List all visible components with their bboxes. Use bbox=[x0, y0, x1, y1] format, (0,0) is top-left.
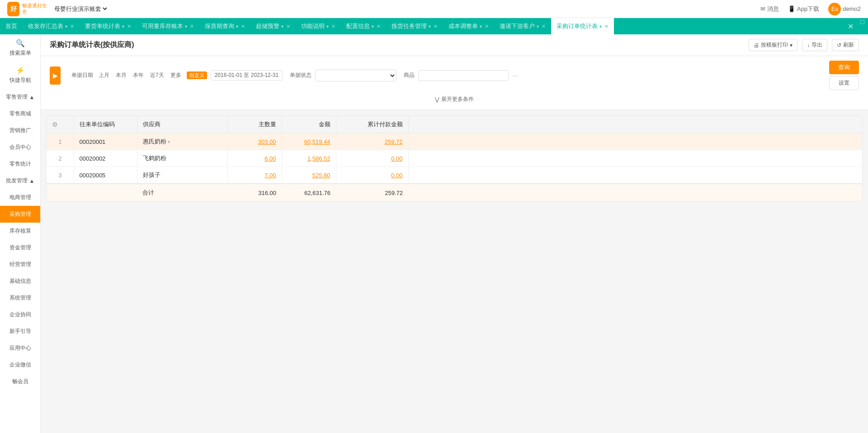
sidebar-item-marketing[interactable]: 营销推广 bbox=[0, 122, 40, 139]
dropdown-arrow-icon: ▾ bbox=[790, 42, 793, 48]
tab-expiry[interactable]: 保质期查询 ▾ ✕ bbox=[199, 18, 250, 34]
close-icon[interactable]: ✕ bbox=[434, 24, 438, 29]
status-select[interactable] bbox=[315, 70, 396, 81]
expand-row-icon[interactable]: ▾ bbox=[168, 139, 170, 144]
commodity-label: 商品 bbox=[404, 71, 415, 79]
shortcut-7days[interactable]: 近7天 bbox=[148, 71, 166, 80]
export-btn[interactable]: ↓ 导出 bbox=[802, 39, 827, 51]
col-header-rest bbox=[408, 116, 862, 133]
cell-qty: 7.00 bbox=[227, 167, 282, 184]
app-download-btn[interactable]: 📱 App下载 bbox=[788, 5, 819, 13]
sidebar-item-retail-stats[interactable]: 零售统计 bbox=[0, 156, 40, 172]
close-icon[interactable]: ✕ bbox=[377, 24, 381, 29]
cell-paid: 0.00 bbox=[336, 167, 408, 184]
shortcut-this-month[interactable]: 本月 bbox=[114, 71, 128, 80]
expand-icon: ▲ bbox=[29, 178, 35, 184]
shortcut-last-month[interactable]: 上月 bbox=[97, 71, 111, 80]
close-icon[interactable]: ✕ bbox=[604, 24, 609, 29]
close-icon[interactable]: ✕ bbox=[331, 24, 335, 29]
more-options-icon[interactable]: ··· bbox=[512, 72, 518, 79]
cell-seq: 2 bbox=[47, 150, 74, 167]
tab-inventory-book[interactable]: 可用量库存账本 ▾ ✕ bbox=[137, 18, 199, 34]
sidebar-item-app-center[interactable]: 应用中心 bbox=[0, 340, 40, 357]
cell-code: 00020001 bbox=[74, 133, 137, 150]
tab-arrow: ▾ bbox=[236, 24, 238, 29]
tab-arrow: ▾ bbox=[537, 24, 539, 29]
cell-paid: 0.00 bbox=[336, 150, 408, 167]
expand-more-btn[interactable]: ⋁ 展开更多条件 bbox=[50, 94, 859, 105]
sidebar-item-retail-store[interactable]: 零售商城 bbox=[0, 105, 40, 122]
table-footer: 合计 316.00 62,631.76 259.72 bbox=[47, 184, 862, 201]
tab-arrow: ▾ bbox=[429, 24, 431, 29]
tab-invite-customer[interactable]: 邀请下游客户 ▾ ✕ bbox=[494, 18, 551, 34]
col-header-qty: 主数量 bbox=[227, 116, 282, 133]
expand-icon: ⋁ bbox=[435, 96, 439, 103]
tab-order-stats[interactable]: 要货单统计表 ▾ ✕ bbox=[80, 18, 137, 34]
close-icon[interactable]: ✕ bbox=[127, 24, 131, 29]
page-header: 采购订单统计表(按供应商) 🖨 按模板打印 ▾ ↓ 导出 ↺ 刷新 bbox=[41, 34, 868, 56]
tab-home[interactable]: 首页 bbox=[0, 18, 23, 34]
sidebar-item-member2[interactable]: 畅会员 bbox=[0, 373, 40, 390]
top-right-actions: ✉ 消息 📱 App下载 Ea demo2 bbox=[760, 3, 861, 15]
search-btn[interactable]: 查询 bbox=[829, 61, 859, 74]
close-icon[interactable]: ✕ bbox=[542, 24, 546, 29]
maximize-btn[interactable]: □ bbox=[857, 18, 868, 34]
cell-code: 00020002 bbox=[74, 150, 137, 167]
sidebar-item-purchase[interactable]: 采购管理 bbox=[0, 206, 40, 223]
sidebar-item-finance[interactable]: 资金管理 bbox=[0, 239, 40, 256]
shortcut-more[interactable]: 更多 bbox=[169, 71, 183, 80]
tab-function-desc[interactable]: 功能说明 ▾ ✕ bbox=[296, 18, 341, 34]
sidebar-item-wechat[interactable]: 企业微信 bbox=[0, 357, 40, 373]
filter-row-1: ▶ 单据日期 上月 本月 本年 近7天 更多 自定义 2016-01-01 至 … bbox=[50, 61, 859, 90]
sidebar-item-retail-mgmt[interactable]: 零售管理 ▲ bbox=[0, 89, 40, 105]
cell-seq: 3 bbox=[47, 167, 74, 184]
sidebar-item-enterprise[interactable]: 企业协同 bbox=[0, 306, 40, 323]
sidebar-item-wholesale[interactable]: 批发管理 ▲ bbox=[0, 172, 40, 189]
table-row: 2 00020002 飞鹤奶粉 6.00 1,586.52 bbox=[47, 150, 862, 167]
tab-arrow: ▾ bbox=[122, 24, 124, 29]
close-icon[interactable]: ✕ bbox=[190, 24, 194, 29]
tab-purchase-stats[interactable]: 采购订单统计表 ▾ ✕ bbox=[551, 18, 614, 34]
sidebar-item-basic-info[interactable]: 基础信息 bbox=[0, 273, 40, 290]
message-btn[interactable]: ✉ 消息 bbox=[760, 5, 779, 13]
export-icon: ↓ bbox=[807, 42, 810, 48]
sidebar-item-quick-nav[interactable]: ⚡ 快捷导航 bbox=[0, 62, 40, 89]
column-settings-icon[interactable]: ⚙ bbox=[52, 121, 58, 128]
tab-config[interactable]: 配置信息 ▾ ✕ bbox=[341, 18, 386, 34]
template-print-btn[interactable]: 🖨 按模板打印 ▾ bbox=[749, 39, 797, 51]
close-icon[interactable]: ✕ bbox=[286, 24, 290, 29]
status-label: 单据状态 bbox=[290, 71, 311, 79]
close-icon[interactable]: ✕ bbox=[70, 24, 74, 29]
sidebar-item-search[interactable]: 🔍 搜索菜单 bbox=[0, 34, 40, 62]
breadcrumb-select[interactable]: 母婴行业演示账套 bbox=[52, 5, 108, 13]
purchase-stats-table: ⚙ 往来单位编码 供应商 主数量 金额 bbox=[47, 116, 862, 201]
expand-more-row: ⋁ 展开更多条件 bbox=[50, 94, 859, 105]
date-range-input[interactable]: 2016-01-01 至 2023-12-31 bbox=[211, 70, 283, 81]
sidebar-item-operation[interactable]: 经营管理 bbox=[0, 256, 40, 273]
commodity-input[interactable] bbox=[418, 70, 509, 81]
sidebar-item-member[interactable]: 会员中心 bbox=[0, 139, 40, 156]
tab-receive-send[interactable]: 收发存汇总表 ▾ ✕ bbox=[23, 18, 80, 34]
sidebar-item-newbie[interactable]: 新手引导 bbox=[0, 323, 40, 340]
tab-pick-task[interactable]: 拣货任务管理 ▾ ✕ bbox=[386, 18, 443, 34]
search-actions: 查询 设置 bbox=[829, 61, 859, 90]
tab-arrow: ▾ bbox=[185, 24, 187, 29]
tab-overstock[interactable]: 超储预警 ▾ ✕ bbox=[250, 18, 296, 34]
footer-label bbox=[74, 184, 137, 201]
close-all-tabs-btn[interactable]: ✕ bbox=[844, 18, 857, 34]
sidebar-item-inventory[interactable]: 库存核算 bbox=[0, 223, 40, 239]
filter-content: 单据日期 上月 本月 本年 近7天 更多 自定义 2016-01-01 至 20… bbox=[71, 70, 822, 81]
close-icon[interactable]: ✕ bbox=[485, 24, 489, 29]
user-info[interactable]: Ea demo2 bbox=[828, 3, 861, 15]
sidebar-item-sys-mgmt[interactable]: 系统管理 bbox=[0, 290, 40, 306]
sidebar-item-ecommerce[interactable]: 电商管理 bbox=[0, 189, 40, 206]
cell-qty: 303.00 bbox=[227, 133, 282, 150]
close-icon[interactable]: ✕ bbox=[241, 24, 245, 29]
filter-toggle-btn[interactable]: ▶ bbox=[50, 67, 61, 85]
filter-settings-btn[interactable]: 设置 bbox=[829, 76, 859, 90]
shortcut-this-year[interactable]: 本年 bbox=[131, 71, 146, 80]
logo-text: 畅捷通好生意 bbox=[22, 3, 48, 14]
refresh-btn[interactable]: ↺ 刷新 bbox=[832, 39, 859, 51]
table-header-row: ⚙ 往来单位编码 供应商 主数量 金额 bbox=[47, 116, 862, 133]
tab-cost-adjust[interactable]: 成本调整单 ▾ ✕ bbox=[443, 18, 494, 34]
